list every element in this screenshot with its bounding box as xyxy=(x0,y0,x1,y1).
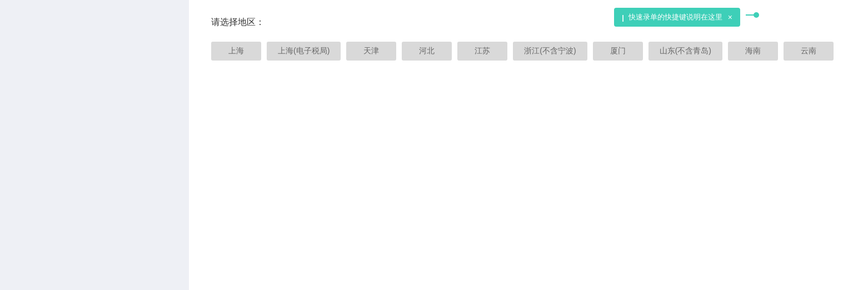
sidebar xyxy=(0,0,189,290)
region-buttons-container: 上海上海(电子税局)天津河北江苏浙江(不含宁波)厦门山东(不含青岛)海南云南 xyxy=(211,42,846,61)
main-content: 请选择地区： 上海上海(电子税局)天津河北江苏浙江(不含宁波)厦门山东(不含青岛… xyxy=(189,0,868,290)
region-btn-zhejiang[interactable]: 浙江(不含宁波) xyxy=(513,42,587,61)
tooltip-text: 快速录单的快捷键说明在这里 xyxy=(628,12,722,22)
tooltip-close-button[interactable]: × xyxy=(728,13,732,22)
region-btn-shanghai[interactable]: 上海 xyxy=(211,42,261,61)
region-btn-shanghai-etax[interactable]: 上海(电子税局) xyxy=(267,42,341,61)
region-btn-shandong[interactable]: 山东(不含青岛) xyxy=(648,42,722,61)
region-btn-hainan[interactable]: 海南 xyxy=(728,42,778,61)
tooltip-dot xyxy=(754,12,759,18)
region-btn-tianjin[interactable]: 天津 xyxy=(346,42,396,61)
region-btn-yunnan[interactable]: 云南 xyxy=(784,42,834,61)
page-title: 请选择地区： xyxy=(211,17,846,28)
region-btn-hebei[interactable]: 河北 xyxy=(402,42,452,61)
region-btn-xiamen[interactable]: 厦门 xyxy=(593,42,643,61)
tooltip-badge: 快速录单的快捷键说明在这里 × xyxy=(614,8,740,27)
region-btn-jiangsu[interactable]: 江苏 xyxy=(457,42,507,61)
